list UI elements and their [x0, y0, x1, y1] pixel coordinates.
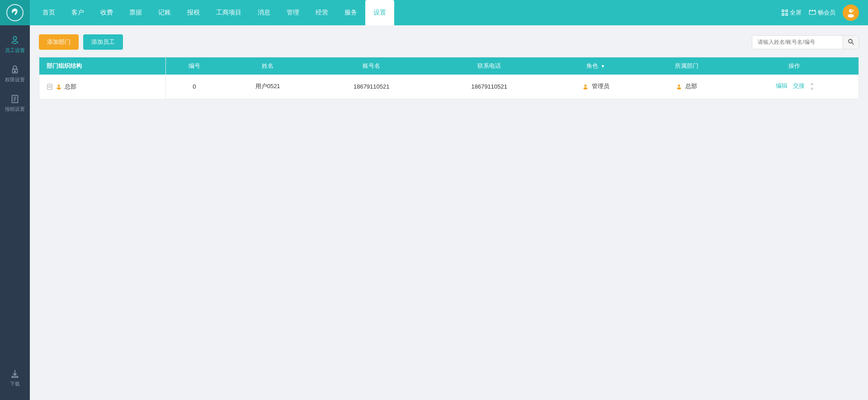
svg-rect-4 [809, 11, 816, 14]
row-scroll-arrows: ▲ ▼ [810, 79, 814, 94]
table-header: 编号 姓名 账号名 联系电话 角色 ▼ 所属部门 操作 [166, 57, 859, 75]
fullscreen-label: 全屏 [790, 9, 802, 17]
content-area: 添加部门 添加员工 部门组织结构 [30, 25, 868, 400]
nav-item-服务[interactable]: 服务 [336, 0, 365, 25]
vip-icon [809, 9, 816, 16]
cell-account: 18679110521 [312, 75, 430, 99]
vip-label: 畅会员 [818, 9, 835, 17]
nav-item-消息[interactable]: 消息 [250, 0, 278, 25]
table-row: 0 用户0521 18679110521 18679110521 管理员 [166, 75, 859, 99]
transfer-link[interactable]: 交接 [793, 82, 805, 89]
sidebar: 员工设置 权限设置 报税设置 [0, 25, 30, 400]
add-dept-button[interactable]: 添加部门 [39, 34, 79, 50]
svg-point-27 [583, 87, 587, 89]
dept-tree-item-general[interactable]: 总部 [47, 80, 158, 94]
search-button[interactable] [843, 36, 859, 49]
permission-icon [10, 65, 20, 75]
employee-icon [10, 35, 20, 45]
file-icon [47, 84, 53, 90]
nav-items: 首页客户收费票据记账报税工商项目消息管理经营服务设置 [30, 0, 782, 25]
svg-point-25 [57, 87, 61, 89]
nav-item-票据[interactable]: 票据 [121, 0, 150, 25]
dept-tree: 总部 [39, 75, 165, 99]
cell-role-label: 管理员 [592, 83, 609, 89]
user-tree-icon [56, 84, 62, 90]
svg-point-9 [848, 14, 854, 18]
logo[interactable] [0, 0, 30, 25]
dept-panel-header: 部门组织结构 [39, 57, 165, 75]
user-avatar[interactable]: 笑 [843, 5, 859, 21]
svg-rect-2 [782, 14, 784, 15]
cell-phone: 18679110521 [430, 75, 548, 99]
col-action: 操作 [730, 57, 859, 75]
nav-item-客户[interactable]: 客户 [63, 0, 92, 25]
sidebar-item-download[interactable]: 下载 [0, 363, 30, 393]
nav-item-设置[interactable]: 设置 [365, 0, 394, 25]
scroll-down-arrow[interactable]: ▼ [810, 86, 814, 92]
cell-dept: 总部 [643, 75, 730, 99]
svg-point-6 [809, 10, 811, 11]
col-phone: 联系电话 [430, 57, 548, 75]
tax-icon [10, 94, 20, 104]
col-account: 账号名 [312, 57, 430, 75]
svg-rect-21 [47, 84, 52, 89]
svg-point-24 [58, 85, 60, 87]
svg-point-5 [812, 10, 813, 11]
sidebar-employee-label: 员工设置 [5, 47, 25, 54]
dept-panel: 部门组织结构 总部 [39, 57, 166, 99]
scroll-up-arrow[interactable]: ▲ [810, 81, 814, 86]
table-body: 0 用户0521 18679110521 18679110521 管理员 [166, 75, 859, 99]
svg-point-26 [584, 85, 586, 87]
svg-point-29 [677, 87, 681, 89]
dept-tree-item-label: 总部 [65, 83, 76, 91]
search-box [752, 35, 859, 49]
fullscreen-button[interactable]: 全屏 [782, 9, 802, 17]
top-navigation: 首页客户收费票据记账报税工商项目消息管理经营服务设置 全屏 畅会员 [0, 0, 868, 25]
table-panel: 编号 姓名 账号名 联系电话 角色 ▼ 所属部门 操作 [166, 57, 859, 99]
svg-point-28 [678, 85, 680, 87]
nav-right: 全屏 畅会员 笑 [782, 5, 868, 21]
employee-table: 编号 姓名 账号名 联系电话 角色 ▼ 所属部门 操作 [166, 57, 859, 99]
svg-rect-3 [786, 14, 788, 15]
svg-point-19 [849, 39, 852, 43]
col-role: 角色 ▼ [548, 57, 643, 75]
svg-line-20 [852, 42, 854, 44]
nav-item-记账[interactable]: 记账 [150, 0, 179, 25]
col-name: 姓名 [223, 57, 313, 75]
nav-item-收费[interactable]: 收费 [92, 0, 121, 25]
sidebar-bottom: 下载 [0, 363, 30, 400]
nav-item-报税[interactable]: 报税 [179, 0, 208, 25]
dept-user-icon [676, 84, 682, 90]
svg-text:笑: 笑 [852, 9, 854, 12]
logo-icon [6, 4, 24, 21]
cell-dept-label: 总部 [685, 83, 697, 89]
sidebar-item-tax[interactable]: 报税设置 [0, 89, 30, 118]
col-dept: 所属部门 [643, 57, 730, 75]
col-id: 编号 [166, 57, 223, 75]
sidebar-permission-label: 权限设置 [5, 76, 25, 83]
sidebar-tax-label: 报税设置 [5, 106, 25, 113]
col-role-label: 角色 [586, 62, 598, 69]
vip-button[interactable]: 畅会员 [809, 9, 835, 17]
svg-rect-1 [786, 10, 788, 12]
panels: 部门组织结构 总部 [39, 57, 859, 99]
add-emp-button[interactable]: 添加员工 [83, 34, 123, 50]
nav-item-经营[interactable]: 经营 [307, 0, 336, 25]
sidebar-item-employee[interactable]: 员工设置 [0, 30, 30, 59]
role-user-icon [582, 84, 589, 90]
sidebar-download-label: 下载 [10, 381, 20, 387]
svg-rect-0 [782, 10, 784, 12]
edit-link[interactable]: 编辑 [776, 82, 788, 89]
cell-name: 用户0521 [223, 75, 313, 99]
nav-item-首页[interactable]: 首页 [34, 0, 63, 25]
cell-id: 0 [166, 75, 223, 99]
sidebar-item-permission[interactable]: 权限设置 [0, 59, 30, 89]
nav-item-管理[interactable]: 管理 [278, 0, 307, 25]
fullscreen-icon [782, 9, 788, 16]
svg-point-7 [814, 10, 816, 11]
search-input[interactable] [752, 36, 843, 48]
role-filter-icon[interactable]: ▼ [601, 64, 605, 69]
nav-item-工商项目[interactable]: 工商项目 [208, 0, 250, 25]
search-icon [848, 38, 854, 45]
main-layout: 员工设置 权限设置 报税设置 [0, 25, 868, 400]
